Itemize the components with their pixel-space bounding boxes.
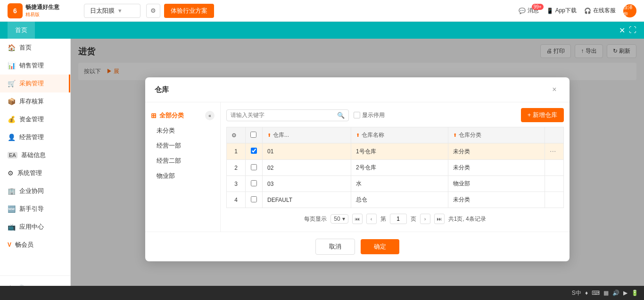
- settings-icon: ⚙: [231, 132, 237, 139]
- row-checkbox-cell[interactable]: [246, 143, 263, 160]
- row-checkbox[interactable]: [251, 164, 257, 170]
- table-row[interactable]: 1 01 1号仓库 未分类 ···: [227, 143, 564, 160]
- apps-icon: 📺: [8, 223, 16, 231]
- sidebar-item-business[interactable]: 👤 经营管理: [0, 128, 70, 146]
- row-code: DEFAULT: [263, 192, 351, 208]
- row-name: 1号仓库: [351, 143, 448, 160]
- row-category: 未分类: [448, 160, 545, 176]
- row-checkbox[interactable]: [251, 148, 257, 154]
- notification-item[interactable]: 💬 消息 99+: [519, 7, 539, 15]
- category-all-header[interactable]: ⊞ 全部分类 «: [145, 108, 220, 123]
- sidebar-item-basic[interactable]: EA 基础信息: [0, 146, 70, 164]
- sidebar-item-inventory[interactable]: 📦 库存核算: [0, 92, 70, 110]
- show-disabled-toggle[interactable]: 显示停用: [354, 111, 385, 119]
- sidebar-item-sales[interactable]: 📊 销售管理: [0, 57, 70, 75]
- dialog-close-button[interactable]: ×: [549, 84, 560, 95]
- collapse-button[interactable]: «: [205, 111, 215, 120]
- close-window-icon[interactable]: ✕: [619, 26, 625, 35]
- business-icon: 👤: [8, 133, 16, 141]
- sidebar: 🏠 首页 📊 销售管理 🛒 采购管理 📦 库存核算 💰 资金管理 👤 经营管理 …: [0, 39, 71, 300]
- confirm-button[interactable]: 确定: [361, 239, 399, 254]
- row-checkbox-cell[interactable]: [246, 176, 263, 192]
- second-nav-home[interactable]: 首页: [8, 22, 35, 39]
- prev-page-button[interactable]: ‹: [366, 214, 377, 224]
- row-checkbox-cell[interactable]: [246, 160, 263, 176]
- avatar: 徐泽华: [623, 4, 636, 17]
- select-all-checkbox[interactable]: [250, 132, 256, 138]
- sidebar-item-finance[interactable]: 💰 资金管理: [0, 110, 70, 128]
- notification-icon: 💬: [519, 8, 526, 14]
- sidebar-item-apps[interactable]: 📺 应用中心: [0, 218, 70, 236]
- bottom-bar-speaker[interactable]: 🔊: [612, 290, 619, 296]
- sidebar-item-system[interactable]: ⚙ 系统管理: [0, 164, 70, 182]
- online-service-item[interactable]: 🎧 在线客服: [584, 7, 616, 15]
- table-header-row: ⚙ ⬆ 仓库...: [227, 127, 564, 143]
- sidebar-item-guide[interactable]: 🆕 新手引导: [0, 200, 70, 218]
- trial-button[interactable]: 体验行业方案: [164, 4, 214, 18]
- bottom-bar-grid[interactable]: ▦: [603, 290, 609, 296]
- bottom-bar: S中 ♦ ⌨ ▦ 🔊 ▶ 🔋: [0, 286, 644, 300]
- sidebar-item-member[interactable]: V 畅会员: [0, 236, 70, 254]
- table-row[interactable]: 4 DEFAULT 总仓 未分类: [227, 192, 564, 208]
- row-checkbox[interactable]: [251, 196, 257, 202]
- add-warehouse-button[interactable]: + 新增仓库: [521, 108, 564, 122]
- search-input-wrap[interactable]: 🔍: [226, 109, 349, 121]
- table-row[interactable]: 3 03 水 物业部: [227, 176, 564, 192]
- dialog-footer: 取消 确定: [145, 232, 570, 261]
- per-page-select[interactable]: 50 ▾: [330, 214, 348, 224]
- bottom-bar-icon1[interactable]: ♦: [585, 290, 588, 296]
- sidebar-item-purchase[interactable]: 🛒 采购管理: [0, 75, 70, 92]
- row-more[interactable]: ···: [545, 143, 564, 160]
- sales-icon: 📊: [8, 62, 16, 69]
- category-item-dept1[interactable]: 经营一部: [145, 138, 220, 153]
- table-container: ⚙ ⬆ 仓库...: [226, 127, 564, 208]
- show-disabled-checkbox[interactable]: [354, 112, 360, 118]
- sort-cat-icon: ⬆: [453, 133, 457, 138]
- search-icon: 🔍: [337, 112, 345, 119]
- app-download-item[interactable]: 📱 App下载: [546, 7, 577, 15]
- category-item-dept2[interactable]: 经营二部: [145, 153, 220, 168]
- row-checkbox-cell[interactable]: [246, 192, 263, 208]
- row-index: 2: [227, 160, 246, 176]
- logo-text: 畅捷通好生意 精易版: [25, 3, 59, 18]
- th-name: ⬆ 仓库名称: [351, 127, 448, 143]
- search-input[interactable]: [231, 112, 334, 118]
- row-category: 未分类: [448, 143, 545, 160]
- bottom-bar-input[interactable]: S中: [572, 289, 581, 297]
- headset-icon: 🎧: [584, 8, 591, 14]
- per-page-arrow: ▾: [342, 216, 345, 222]
- second-nav: 首页 ✕ ⛶: [0, 22, 644, 39]
- category-item-property[interactable]: 物业部: [145, 168, 220, 183]
- last-page-button[interactable]: ⏭: [434, 214, 445, 224]
- sidebar-item-enterprise[interactable]: 🏢 企业协同: [0, 182, 70, 200]
- row-index: 4: [227, 192, 246, 208]
- logo-area: 6 畅捷通好生意 精易版: [8, 3, 78, 18]
- next-page-button[interactable]: ›: [420, 214, 430, 224]
- row-more[interactable]: [545, 160, 564, 176]
- table-row[interactable]: 2 02 2号仓库 未分类: [227, 160, 564, 176]
- bottom-bar-play[interactable]: ▶: [623, 290, 627, 296]
- main-content: 进货 🖨 打印 ↑ 导出 ↻ 刷新 按以下 ▶ 展 仓库 ×: [71, 39, 644, 300]
- row-more[interactable]: [545, 176, 564, 192]
- category-item-unclassified[interactable]: 未分类: [145, 123, 220, 138]
- row-index: 3: [227, 176, 246, 192]
- bottom-bar-keyboard[interactable]: ⌨: [592, 290, 600, 296]
- dialog-body: ⊞ 全部分类 « 未分类 经营一部 经营二部 物业部: [145, 102, 570, 232]
- gear-button[interactable]: ⚙: [146, 4, 160, 18]
- bottom-bar-battery[interactable]: 🔋: [631, 290, 638, 296]
- cancel-button[interactable]: 取消: [315, 239, 355, 255]
- more-icon[interactable]: ···: [550, 147, 556, 155]
- page-number-input[interactable]: [390, 214, 407, 224]
- sidebar-item-home[interactable]: 🏠 首页: [0, 39, 70, 57]
- header-right: 💬 消息 99+ 📱 App下载 🎧 在线客服 徐泽华: [519, 4, 636, 17]
- row-checkbox[interactable]: [251, 180, 257, 186]
- row-more[interactable]: [545, 192, 564, 208]
- th-checkbox: [246, 127, 263, 143]
- logo-icon: 6: [8, 3, 23, 18]
- th-code: ⬆ 仓库...: [263, 127, 351, 143]
- first-page-button[interactable]: ⏮: [352, 214, 363, 224]
- main-layout: 🏠 首页 📊 销售管理 🛒 采购管理 📦 库存核算 💰 资金管理 👤 经营管理 …: [0, 39, 644, 300]
- maximize-icon[interactable]: ⛶: [629, 26, 636, 34]
- user-avatar-area[interactable]: 徐泽华: [623, 4, 636, 17]
- store-selector[interactable]: 日太阳膜 ▾: [84, 4, 140, 18]
